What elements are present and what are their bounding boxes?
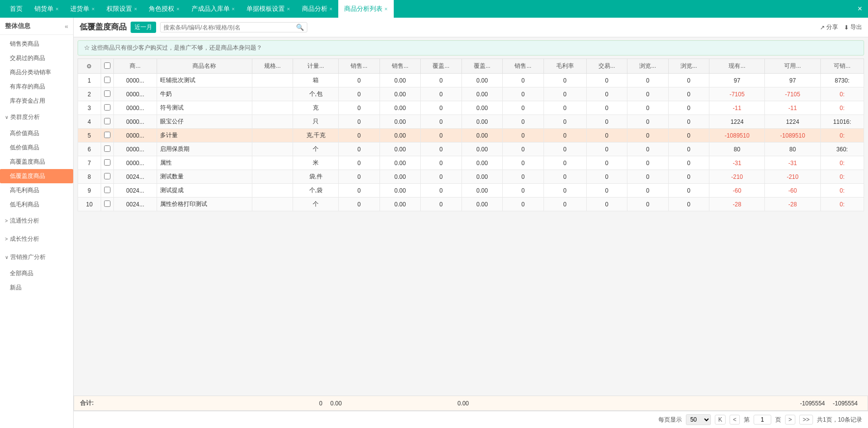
sidebar-item-高覆盖度商品[interactable]: 高覆盖度商品 — [0, 155, 73, 169]
col-header-gross[interactable]: 毛利率 — [543, 59, 586, 74]
footer-sales2: 0.00 — [326, 400, 346, 407]
next-page-btn[interactable]: > — [785, 415, 795, 425]
row-checkbox[interactable] — [104, 187, 110, 193]
content-area: 低覆盖度商品 近一月 🔍 ↗ 分享 ⬇ 导出 ☆ 这些商品只有很少客户购买过，是… — [74, 18, 868, 428]
table-wrapper[interactable]: ⚙商...商品名称规格...计量...销售...销售...覆盖...覆盖...销… — [74, 58, 868, 396]
sidebar-item-高价值商品[interactable]: 高价值商品 — [0, 126, 73, 141]
browse-link[interactable]: 0 — [646, 201, 650, 208]
col-header-gear[interactable]: ⚙ — [78, 59, 101, 74]
col-header-check[interactable] — [101, 59, 113, 74]
first-page-btn[interactable]: K — [715, 415, 726, 425]
sidebar-item-高毛利商品[interactable]: 高毛利商品 — [0, 183, 73, 198]
sidebar-item-新品[interactable]: 新品 — [0, 281, 73, 295]
browse-link[interactable]: 0 — [646, 160, 650, 167]
nav-close-icon[interactable]: × — [91, 0, 94, 18]
sidebar-section-类群度分析[interactable]: ∨类群度分析 — [0, 110, 73, 124]
browse-link[interactable]: 0 — [646, 91, 650, 98]
browse-link[interactable]: 0 — [646, 118, 650, 125]
row-checkbox[interactable] — [104, 173, 110, 179]
sidebar-item-销售类商品[interactable]: 销售类商品 — [0, 37, 73, 51]
cell-trade: 0 — [586, 87, 627, 101]
nav-item-单据模板设置[interactable]: 单据模板设置 × — [241, 0, 296, 18]
col-header-name[interactable]: 商品名称 — [157, 59, 252, 74]
nav-item-角色授权[interactable]: 角色授权 × — [143, 0, 185, 18]
browse-link[interactable]: 0 — [646, 105, 650, 112]
sidebar-section-成长性分析[interactable]: >成长性分析 — [0, 232, 73, 246]
period-button[interactable]: 近一月 — [131, 22, 156, 33]
per-page-select[interactable]: 2050100 — [686, 414, 711, 425]
search-input[interactable] — [163, 24, 294, 31]
nav-item-商品分析列表[interactable]: 商品分析列表 × — [338, 0, 393, 18]
cell-sales2: 0.00 — [380, 129, 421, 143]
col-header-current[interactable]: 现有... — [709, 59, 765, 74]
share-button[interactable]: ↗ 分享 — [820, 23, 838, 31]
col-header-sellable[interactable]: 可销... — [820, 59, 864, 74]
nav-close-icon[interactable]: × — [134, 0, 137, 18]
sidebar-item-有库存的商品[interactable]: 有库存的商品 — [0, 80, 73, 94]
cell-gross: 0 — [543, 101, 586, 115]
row-checkbox[interactable] — [104, 77, 110, 83]
sidebar-item-库存资金占用[interactable]: 库存资金占用 — [0, 94, 73, 108]
nav-item-权限设置[interactable]: 权限设置 × — [101, 0, 143, 18]
cell-browse2: 0 — [668, 101, 709, 115]
nav-item-销货单[interactable]: 销货单 × — [28, 0, 64, 18]
close-all-button[interactable]: × — [858, 4, 862, 13]
col-header-sales1[interactable]: 销售... — [339, 59, 380, 74]
cell-name: 牛奶 — [157, 87, 252, 101]
col-header-cover1[interactable]: 覆盖... — [421, 59, 462, 74]
nav-item-首页[interactable]: 首页 — [4, 0, 28, 18]
nav-close-icon[interactable]: × — [287, 0, 290, 18]
sidebar-section-流通性分析[interactable]: >流通性分析 — [0, 214, 73, 228]
nav-close-icon[interactable]: × — [232, 0, 235, 18]
sidebar-item-低覆盖度商品[interactable]: 低覆盖度商品 — [0, 169, 73, 183]
browse-link[interactable]: 0 — [646, 132, 650, 139]
browse-link[interactable]: 0 — [646, 187, 650, 194]
sidebar-item-全部商品[interactable]: 全部商品 — [0, 266, 73, 281]
sidebar-item-低毛利商品[interactable]: 低毛利商品 — [0, 198, 73, 212]
sidebar-content: 销售类商品交易过的商品商品分类动销率有库存的商品库存资金占用∨类群度分析高价值商… — [0, 35, 73, 297]
col-header-avail[interactable]: 可用... — [765, 59, 820, 74]
browse-link[interactable]: 0 — [646, 146, 650, 153]
sidebar-collapse-btn[interactable]: « — [65, 23, 68, 30]
sidebar-item-商品分类动销率[interactable]: 商品分类动销率 — [0, 65, 73, 80]
row-checkbox[interactable] — [104, 132, 110, 138]
row-checkbox[interactable] — [104, 145, 110, 152]
col-header-sales3[interactable]: 销售... — [503, 59, 544, 74]
browse-link[interactable]: 0 — [646, 173, 650, 180]
last-page-btn[interactable]: >> — [799, 415, 813, 425]
export-button[interactable]: ⬇ 导出 — [844, 23, 862, 31]
footer-sales1: 0 — [315, 400, 326, 407]
cell-sales3: 0 — [503, 156, 544, 170]
sidebar-section-营销推广分析[interactable]: ∨营销推广分析 — [0, 250, 73, 264]
nav-close-icon[interactable]: × — [384, 0, 387, 18]
col-header-cover2[interactable]: 覆盖... — [461, 59, 503, 74]
nav-item-商品分析[interactable]: 商品分析 × — [296, 0, 338, 18]
nav-close-icon[interactable]: × — [55, 0, 58, 18]
nav-close-icon[interactable]: × — [329, 0, 332, 18]
row-checkbox[interactable] — [104, 118, 110, 124]
col-header-sales2[interactable]: 销售... — [380, 59, 421, 74]
sidebar-item-低价值商品[interactable]: 低价值商品 — [0, 141, 73, 155]
nav-close-icon[interactable]: × — [176, 0, 179, 18]
browse-link[interactable]: 0 — [646, 77, 650, 84]
row-checkbox[interactable] — [104, 104, 110, 111]
select-all-checkbox[interactable] — [104, 62, 110, 69]
col-header-unit[interactable]: 计量... — [293, 59, 339, 74]
table-row: 20000...牛奶个,包00.0000.0000000-7105-71050: — [78, 87, 864, 101]
cell-spec — [252, 156, 293, 170]
sidebar-item-交易过的商品[interactable]: 交易过的商品 — [0, 51, 73, 65]
cell-name: 测试提成 — [157, 184, 252, 198]
row-checkbox[interactable] — [104, 90, 110, 97]
settings-icon[interactable]: ⚙ — [86, 63, 92, 70]
nav-item-产成品入库单[interactable]: 产成品入库单 × — [186, 0, 241, 18]
current-page-input[interactable] — [754, 415, 771, 425]
col-header-browse1[interactable]: 浏览... — [627, 59, 669, 74]
col-header-spec[interactable]: 规格... — [252, 59, 293, 74]
col-header-code[interactable]: 商... — [113, 59, 157, 74]
nav-item-进货单[interactable]: 进货单 × — [64, 0, 100, 18]
col-header-browse2[interactable]: 浏览... — [668, 59, 709, 74]
col-header-trade[interactable]: 交易... — [586, 59, 627, 74]
row-checkbox[interactable] — [104, 200, 110, 207]
prev-page-btn[interactable]: < — [730, 415, 740, 425]
row-checkbox[interactable] — [104, 159, 110, 166]
